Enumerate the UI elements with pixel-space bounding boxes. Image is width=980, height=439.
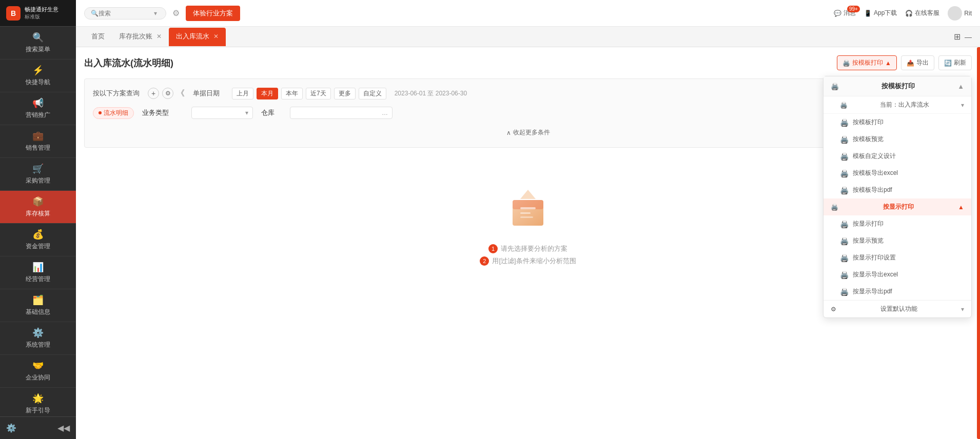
dp-header-arrow-icon[interactable]: ▲ bbox=[957, 83, 964, 90]
dp-display-item-settings_display[interactable]: 🖨️按显示打印设置 bbox=[824, 249, 971, 266]
tab-batch[interactable]: 库存批次账✕ bbox=[112, 28, 169, 46]
tab-expand-icon[interactable]: ⊞ bbox=[954, 32, 961, 42]
dp-display-item-print_display[interactable]: 🖨️按显示打印 bbox=[824, 215, 971, 232]
sidebar-label-sales: 销售管理 bbox=[26, 144, 50, 152]
business-dropdown-arrow-icon: ▾ bbox=[245, 109, 248, 116]
business-type-dropdown[interactable]: ▾ bbox=[191, 107, 253, 119]
dp-template-item-export_pdf_template[interactable]: 🖨️按模板导出pdf bbox=[824, 182, 971, 198]
dp-display-icon-print_display: 🖨️ bbox=[840, 220, 849, 228]
dp-display-section[interactable]: 🖨️ 按显示打印 ▲ bbox=[824, 198, 971, 215]
refresh-btn[interactable]: 🔄 刷新 bbox=[938, 55, 972, 70]
sidebar-item-inventory[interactable]: 📦库存核算 bbox=[0, 191, 76, 224]
tab-label-flow: 出入库流水 bbox=[176, 32, 209, 41]
warehouse-dropdown[interactable]: … bbox=[290, 107, 393, 119]
tip-2-num: 2 bbox=[480, 256, 489, 266]
filter-settings-btn[interactable]: ⚙ bbox=[162, 88, 173, 99]
date-btn-more[interactable]: 更多 bbox=[334, 88, 356, 99]
search-chevron-icon[interactable]: ▾ bbox=[154, 10, 157, 17]
sidebar-settings-icon[interactable]: ⚙️ bbox=[6, 423, 16, 433]
export-btn[interactable]: 📤 导出 bbox=[901, 55, 934, 70]
app-logo: B 畅捷通好生意 标准版 bbox=[0, 0, 76, 27]
dp-template-item-preview_template[interactable]: 🖨️按模板预览 bbox=[824, 131, 971, 148]
dp-template-item-print_template[interactable]: 🖨️按模板打印 bbox=[824, 114, 971, 131]
sidebar-label-purchase: 采购管理 bbox=[26, 176, 50, 185]
filter-add-btn[interactable]: + bbox=[148, 88, 159, 99]
sidebar-item-purchase[interactable]: 🛒采购管理 bbox=[0, 158, 76, 191]
print-template-btn[interactable]: 🖨️ 按模板打印 ▲ bbox=[837, 55, 897, 70]
dp-footer[interactable]: ⚙ 设置默认功能 ▾ bbox=[824, 300, 971, 317]
user-name: Rit bbox=[964, 10, 972, 17]
sidebar-nav: 🔍搜索菜单⚡快捷导航📢营销推广💼销售管理🛒采购管理📦库存核算💰资金管理📊经营管理… bbox=[0, 27, 76, 416]
dp-display-section-arrow-icon[interactable]: ▲ bbox=[958, 204, 964, 211]
search-input[interactable] bbox=[99, 10, 150, 17]
sidebar-icon-system: ⚙️ bbox=[32, 327, 44, 338]
dp-display-item-export_excel_display[interactable]: 🖨️按显示导出excel bbox=[824, 266, 971, 283]
page-header: 出入库流水(流水明细) 🖨️ 按模板打印 ▲ 📤 导出 🔄 刷新 bbox=[84, 55, 972, 70]
tab-label-home: 首页 bbox=[91, 32, 105, 41]
service-item[interactable]: 🎧 在线客服 bbox=[905, 9, 939, 17]
sidebar-item-guide[interactable]: 🌟新手引导 bbox=[0, 388, 76, 416]
dp-display-label-print_display: 按显示打印 bbox=[853, 220, 884, 228]
date-btn-last7[interactable]: 近7天 bbox=[306, 88, 331, 99]
filter-collapse-btn[interactable]: 《 bbox=[177, 88, 185, 99]
dp-item-label-export_excel_template: 按模板导出excel bbox=[853, 169, 898, 177]
topbar-gear-icon[interactable]: ⚙ bbox=[172, 8, 180, 18]
sidebar-label-system: 系统管理 bbox=[26, 341, 50, 349]
date-btn-custom[interactable]: 自定义 bbox=[359, 88, 386, 99]
business-type-label: 业务类型 bbox=[142, 108, 183, 117]
dp-footer-label: 设置默认功能 bbox=[880, 305, 917, 313]
dp-display-icon-export_excel_display: 🖨️ bbox=[840, 271, 849, 279]
topbar-search-box[interactable]: 🔍 ▾ bbox=[84, 7, 166, 19]
sidebar-item-system[interactable]: ⚙️系统管理 bbox=[0, 322, 76, 355]
dp-display-item-export_pdf_display[interactable]: 🖨️按显示导出pdf bbox=[824, 283, 971, 300]
message-item[interactable]: 💬 消息 99+ bbox=[834, 9, 856, 17]
dp-display-icon-export_pdf_display: 🖨️ bbox=[840, 288, 849, 296]
dp-item-label-export_pdf_template: 按模板导出pdf bbox=[853, 186, 892, 194]
user-avatar-item[interactable]: Rit bbox=[948, 6, 972, 21]
sidebar-item-sales[interactable]: 💼销售管理 bbox=[0, 125, 76, 158]
warehouse-dropdown-arrow-icon: … bbox=[382, 109, 388, 116]
filter-tag-dot bbox=[99, 111, 102, 114]
empty-tip-2: 2 用[过滤]条件来缩小分析范围 bbox=[480, 256, 576, 266]
tab-home[interactable]: 首页 bbox=[84, 28, 112, 46]
sidebar-item-collab[interactable]: 🤝企业协同 bbox=[0, 355, 76, 388]
avatar bbox=[948, 6, 962, 21]
sidebar-icon-inventory: 📦 bbox=[32, 196, 44, 207]
dp-item-label-preview_template: 按模板预览 bbox=[853, 135, 884, 144]
sidebar-item-search[interactable]: 🔍搜索菜单 bbox=[0, 27, 76, 59]
sidebar-item-marketing[interactable]: 📢营销推广 bbox=[0, 92, 76, 125]
dp-current-arrow-icon[interactable]: ▾ bbox=[961, 102, 964, 109]
tab-collapse-icon[interactable]: — bbox=[965, 33, 972, 41]
dp-template-item-customize_template[interactable]: 🖨️模板自定义设计 bbox=[824, 148, 971, 165]
sidebar-item-operations[interactable]: 📊经营管理 bbox=[0, 256, 76, 289]
industry-btn[interactable]: 体验行业方案 bbox=[186, 6, 240, 21]
date-btn-prev_month[interactable]: 上月 bbox=[232, 88, 253, 99]
sidebar-item-basic[interactable]: 🗂️基础信息 bbox=[0, 289, 76, 322]
sidebar-collapse-icon[interactable]: ◀◀ bbox=[57, 423, 70, 433]
sidebar-item-quicknav[interactable]: ⚡快捷导航 bbox=[0, 59, 76, 92]
tip-2-text: 用[过滤]条件来缩小分析范围 bbox=[492, 256, 576, 266]
refresh-icon: 🔄 bbox=[944, 59, 952, 67]
app-download-item[interactable]: 📱 App下载 bbox=[864, 9, 897, 17]
dp-display-icon-settings_display: 🖨️ bbox=[840, 254, 849, 262]
dp-display-section-label: 按显示打印 bbox=[883, 203, 914, 211]
date-btn-this_year[interactable]: 本年 bbox=[281, 88, 303, 99]
tab-flow[interactable]: 出入库流水✕ bbox=[169, 28, 226, 46]
date-label: 单据日期 bbox=[193, 89, 224, 98]
dp-display-item-preview_display[interactable]: 🖨️按显示预览 bbox=[824, 232, 971, 249]
svg-rect-3 bbox=[520, 212, 531, 214]
sidebar-item-finance[interactable]: 💰资金管理 bbox=[0, 224, 76, 256]
tab-close-batch[interactable]: ✕ bbox=[156, 33, 162, 40]
dp-current[interactable]: 🖨️ 当前：出入库流水 ▾ bbox=[824, 96, 971, 114]
sidebar-icon-finance: 💰 bbox=[32, 229, 44, 240]
dp-footer-arrow-icon[interactable]: ▾ bbox=[961, 306, 964, 313]
date-btn-this_month[interactable]: 本月 bbox=[257, 88, 278, 99]
sidebar: B 畅捷通好生意 标准版 🔍搜索菜单⚡快捷导航📢营销推广💼销售管理🛒采购管理📦库… bbox=[0, 0, 76, 439]
filter-tag: 流水明细 bbox=[93, 107, 134, 119]
tab-close-flow[interactable]: ✕ bbox=[213, 33, 219, 40]
tab-label-batch: 库存批次账 bbox=[119, 32, 152, 41]
dp-template-item-export_excel_template[interactable]: 🖨️按模板导出excel bbox=[824, 165, 971, 182]
empty-tip-1: 1 请先选择要分析的方案 bbox=[488, 244, 567, 253]
tabs-bar: 首页库存批次账✕出入库流水✕⊞ — bbox=[76, 27, 980, 47]
sidebar-icon-operations: 📊 bbox=[32, 262, 44, 273]
